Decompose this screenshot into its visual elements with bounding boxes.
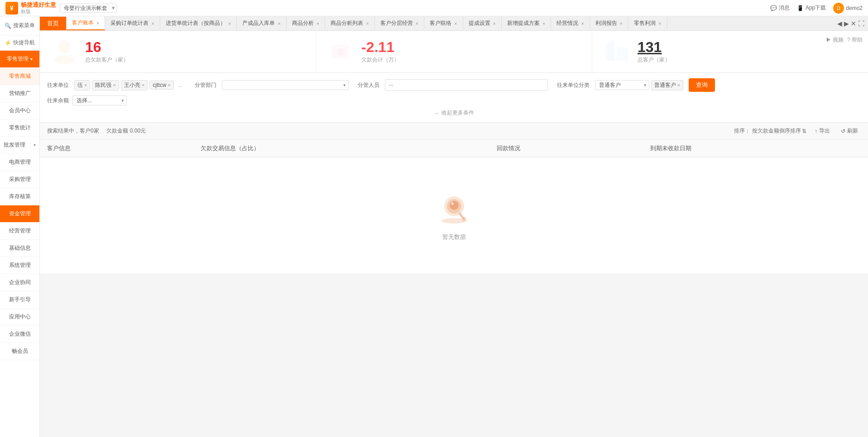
data-table: 客户信息 欠款交易信息（占比） 回款情况 到期未收款日期: [40, 140, 868, 274]
sidebar-item-label: 零售统计: [9, 124, 31, 131]
tab-customer-contact[interactable]: 客户联络 ×: [424, 17, 463, 30]
tab-close-promotion-settings[interactable]: ×: [493, 21, 496, 26]
help-btn[interactable]: ? 帮助: [847, 36, 863, 44]
sort-field-label: 按欠款金额倒序排序: [752, 127, 801, 135]
filter-tags: 伍 × 陈民强 × 王小亮 × cjttcw ×: [74, 80, 186, 90]
tab-customer-book[interactable]: 客户账本 ×: [67, 16, 105, 30]
tab-product-analysis-list[interactable]: 商品分析列表 ×: [325, 17, 374, 30]
sidebar-item-enterprise[interactable]: 企业协同: [0, 274, 39, 291]
tab-close-customer-book[interactable]: ×: [96, 20, 99, 26]
demo-account-select[interactable]: 母婴行业演示帐套: [60, 4, 117, 13]
tab-operations-status[interactable]: 经营情况 ×: [551, 17, 590, 30]
stat-help: ▶ 视频 ? 帮助: [826, 36, 863, 44]
table-header: 客户信息 欠款交易信息（占比） 回款情况 到期未收款日期: [40, 140, 868, 157]
tab-label: 新增提成方案: [507, 19, 540, 27]
tab-close-stock-in-stats[interactable]: ×: [228, 21, 231, 26]
sort-label: 排序：: [734, 127, 750, 135]
quick-nav-btn[interactable]: ⚡ 快捷导航: [0, 35, 39, 51]
tab-profit-report[interactable]: 利润报告 ×: [590, 17, 628, 30]
search-menu-btn[interactable]: 🔍 搜索菜单: [3, 20, 37, 31]
sidebar-item-ecommerce[interactable]: 电商管理: [0, 154, 39, 171]
sidebar-item-operations[interactable]: 经营管理: [0, 223, 39, 240]
sidebar-item-retail-mall[interactable]: 零售商城: [0, 68, 39, 85]
user-avatar: D: [833, 3, 844, 14]
classify-tag-close[interactable]: ×: [677, 82, 680, 88]
tab-label: 商品分析列表: [331, 19, 363, 27]
tab-maximize-btn[interactable]: ⛶: [858, 20, 864, 27]
sidebar-item-basic-info[interactable]: 基础信息: [0, 240, 39, 257]
filter-tag-close-2[interactable]: ×: [142, 82, 144, 88]
sidebar-item-new-guide[interactable]: 新手引导: [0, 291, 39, 309]
tab-retail-profit[interactable]: 零售利润 ×: [628, 17, 667, 30]
tab-customer-segment[interactable]: 客户分层经营 ×: [375, 17, 424, 30]
tab-bar-actions: ◀ ▶ ✕ ⛶: [834, 20, 868, 27]
demo-select-wrap[interactable]: 母婴行业演示帐套: [60, 4, 117, 13]
classify-area: 普通客户 普通客户 ×: [595, 80, 683, 90]
tab-close-all-btn[interactable]: ✕: [851, 20, 856, 27]
sidebar-item-purchase[interactable]: 采购管理: [0, 171, 39, 188]
table-body: 暂无数据: [40, 157, 868, 274]
tab-scroll-left-btn[interactable]: ◀: [837, 20, 842, 27]
tab-close-profit-report[interactable]: ×: [620, 21, 623, 26]
sidebar-item-label: 应用中心: [9, 314, 31, 320]
tab-cost-in[interactable]: 产成品入库单 ×: [237, 17, 286, 30]
message-btn[interactable]: 💬 消息: [770, 4, 790, 12]
filter-tag-close-1[interactable]: ×: [113, 82, 115, 88]
col-due-date: 到期未收款日期: [643, 140, 868, 157]
tab-stock-in-stats[interactable]: 进货单统计表（按商品） ×: [160, 17, 237, 30]
sidebar-item-marketing[interactable]: 营销推广: [0, 85, 39, 102]
filter-tag-close-3[interactable]: ×: [168, 82, 170, 88]
sidebar-item-retail-mgmt[interactable]: 零售管理 ▾: [0, 51, 39, 68]
sidebar-item-inventory[interactable]: 库存核算: [0, 188, 39, 205]
stat-number-customers: 16: [85, 40, 129, 54]
sidebar-item-wechat[interactable]: 企业微信: [0, 326, 39, 343]
tab-close-customer-contact[interactable]: ×: [454, 21, 457, 26]
video-btn[interactable]: ▶ 视频: [826, 36, 844, 44]
sort-select-wrap: 排序： 按欠款金额倒序排序 ⇅: [734, 127, 806, 135]
tab-purchase-order-stats[interactable]: 采购订单统计表 ×: [105, 17, 160, 30]
tab-home[interactable]: 首页: [40, 17, 67, 30]
sidebar-item-system[interactable]: 系统管理: [0, 257, 39, 274]
balance-select[interactable]: 选择...: [72, 95, 127, 105]
search-menu-label: 搜索菜单: [13, 22, 35, 29]
classify-tag-text: 普通客户: [654, 81, 676, 89]
person-select-box[interactable]: ···: [385, 79, 548, 91]
sidebar-item-retail-stats[interactable]: 零售统计: [0, 119, 39, 137]
tab-scroll-right-btn[interactable]: ▶: [844, 20, 849, 27]
app-download-btn[interactable]: 📱 App下载: [797, 4, 826, 12]
refresh-btn[interactable]: ↺ 刷新: [838, 126, 861, 136]
sort-field-btn[interactable]: 按欠款金额倒序排序 ⇅: [752, 127, 806, 135]
sidebar-item-app-center[interactable]: 应用中心: [0, 309, 39, 326]
sidebar-item-label: 库存核算: [9, 193, 31, 200]
classify-select[interactable]: 普通客户: [595, 80, 649, 90]
filter-tag-close-0[interactable]: ×: [84, 82, 87, 88]
collapse-filter-btn[interactable]: ︿ 收起更多条件: [47, 109, 861, 117]
query-btn[interactable]: 查询: [689, 78, 715, 92]
tab-close-new-promotion-plan[interactable]: ×: [542, 21, 545, 26]
export-btn[interactable]: ↑ 导出: [812, 126, 833, 136]
filter-tags-more-btn[interactable]: ...: [176, 81, 186, 89]
tab-close-product-analysis-list[interactable]: ×: [366, 21, 369, 26]
sidebar-item-batch-mgmt[interactable]: 批发管理 ▾: [0, 137, 39, 154]
tab-close-purchase-order-stats[interactable]: ×: [151, 21, 154, 26]
sidebar-item-finance[interactable]: 资金管理: [0, 205, 39, 223]
col-repayment: 回款情况: [489, 140, 643, 157]
tab-new-promotion-plan[interactable]: 新增提成方案 ×: [502, 17, 551, 30]
results-bar-right: 排序： 按欠款金额倒序排序 ⇅ ↑ 导出 ↺ 刷新: [734, 126, 861, 136]
tab-product-analysis[interactable]: 商品分析 ×: [287, 17, 325, 30]
stat-info-customers: 16 总欠款客户（家）: [85, 40, 129, 64]
search-icon: 🔍: [5, 23, 11, 29]
stat-label-customers: 总欠款客户（家）: [85, 56, 129, 64]
tab-close-product-analysis[interactable]: ×: [317, 21, 319, 26]
tab-close-retail-profit[interactable]: ×: [658, 21, 661, 26]
user-profile-btn[interactable]: D demo2: [833, 3, 863, 14]
sidebar-item-vip[interactable]: 畅会员: [0, 343, 39, 360]
tab-promotion-settings[interactable]: 提成设置 ×: [463, 17, 502, 30]
dept-select[interactable]: [222, 80, 349, 90]
sidebar-item-member[interactable]: 会员中心: [0, 102, 39, 119]
tab-label: 经营情况: [556, 19, 578, 27]
tab-close-customer-segment[interactable]: ×: [416, 21, 418, 26]
tab-close-cost-in[interactable]: ×: [278, 21, 280, 26]
table-container: 客户信息 欠款交易信息（占比） 回款情况 到期未收款日期: [40, 140, 868, 274]
tab-close-operations-status[interactable]: ×: [581, 21, 584, 26]
